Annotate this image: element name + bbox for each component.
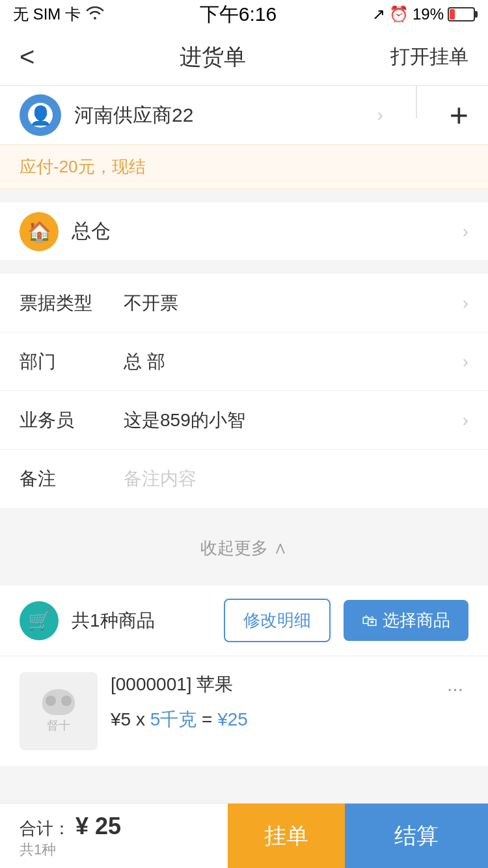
page-title: 进货单	[180, 42, 246, 72]
product-more-button[interactable]: ···	[442, 672, 468, 705]
pend-button[interactable]: 挂单	[228, 804, 345, 868]
dept-row[interactable]: 部门 总 部 ›	[0, 332, 488, 391]
status-right: ↗ ⏰ 19%	[372, 5, 475, 23]
back-button[interactable]: <	[20, 42, 34, 72]
supplier-row[interactable]: 👤 河南供应商22 ›	[0, 86, 403, 144]
alarm-icon: ⏰	[389, 5, 409, 23]
equals: =	[197, 709, 217, 729]
products-count: 共1种商品	[72, 608, 211, 633]
invoice-row[interactable]: 票据类型 不开票 ›	[0, 274, 488, 332]
carrier-label: 无 SIM 卡	[13, 4, 81, 25]
invoice-chevron-icon: ›	[463, 293, 468, 314]
status-left: 无 SIM 卡	[13, 4, 104, 25]
cart-icon: 🛒	[28, 610, 51, 631]
notice-text: 应付-20元，现结	[20, 157, 146, 176]
wifi-icon	[86, 5, 104, 23]
total-amount: ¥ 25	[75, 813, 121, 840]
remark-input[interactable]: 备注内容	[111, 467, 468, 491]
select-product-icon: 🛍	[362, 612, 377, 630]
invoice-label: 票据类型	[20, 291, 111, 316]
warehouse-chevron-icon: ›	[463, 221, 468, 242]
salesperson-label: 业务员	[20, 408, 111, 433]
product-info: [0000001] 苹果 ¥5 x 5千克 = ¥25	[111, 672, 429, 732]
status-bar: 无 SIM 卡 下午6:16 ↗ ⏰ 19%	[0, 0, 488, 29]
products-header: 🛒 共1种商品 修改明细 🛍 选择商品	[0, 586, 488, 655]
owl-text: 督十	[47, 718, 70, 733]
supplier-divider	[416, 86, 417, 118]
product-thumbnail: 督十	[20, 672, 98, 750]
supplier-avatar: 👤	[20, 94, 61, 136]
product-item: 督十 [0000001] 苹果 ¥5 x 5千克 = ¥25 ···	[0, 657, 488, 766]
dept-value: 总 部	[111, 349, 463, 374]
house-icon: 🏠	[27, 220, 51, 243]
product-name: [0000001] 苹果	[111, 672, 429, 697]
supplier-chevron-icon: ›	[377, 105, 383, 126]
unit-price: ¥5 x	[111, 709, 150, 729]
battery-pct: 19%	[413, 5, 444, 23]
supplier-section: 👤 河南供应商22 › +	[0, 86, 488, 144]
add-supplier-button[interactable]: +	[430, 86, 488, 144]
edit-detail-button[interactable]: 修改明细	[224, 599, 331, 642]
form-section: 票据类型 不开票 › 部门 总 部 › 业务员 这是859的小智 › 备注 备注…	[0, 274, 488, 508]
dept-label: 部门	[20, 349, 111, 374]
checkout-button[interactable]: 结算	[345, 804, 488, 868]
bottom-bar: 合计： ¥ 25 共1种 挂单 结算	[0, 803, 488, 868]
select-product-button[interactable]: 🛍 选择商品	[344, 600, 468, 641]
content: 👤 河南供应商22 › + 应付-20元，现结 🏠 总仓 › 票据类型 不开票	[0, 86, 488, 844]
invoice-value: 不开票	[111, 291, 463, 316]
collapse-button[interactable]: 收起更多 ∧	[0, 521, 488, 575]
checkout-label: 结算	[394, 821, 439, 851]
remark-label: 备注	[20, 467, 111, 491]
location-icon: ↗	[372, 5, 385, 23]
total-price: ¥25	[217, 709, 248, 729]
total-section: 合计： ¥ 25 共1种	[0, 804, 228, 868]
person-icon: 👤	[29, 105, 52, 126]
remark-row[interactable]: 备注 备注内容	[0, 450, 488, 508]
warehouse-row[interactable]: 🏠 总仓 ›	[0, 202, 488, 261]
product-code: [0000001]	[111, 674, 197, 694]
warehouse-name: 总仓	[72, 218, 463, 245]
collapse-label: 收起更多 ∧	[200, 538, 287, 558]
battery-icon	[448, 7, 475, 21]
qty-unit: 5千克	[150, 709, 197, 729]
product-title: 苹果	[197, 674, 233, 694]
owl-placeholder: 督十	[42, 689, 75, 733]
warehouse-icon: 🏠	[20, 212, 59, 251]
product-price: ¥5 x 5千克 = ¥25	[111, 707, 429, 732]
supplier-name: 河南供应商22	[74, 102, 377, 129]
open-pend-button[interactable]: 打开挂单	[390, 44, 468, 70]
status-time: 下午6:16	[200, 1, 277, 28]
total-count: 共1种	[20, 840, 208, 860]
dept-chevron-icon: ›	[463, 351, 468, 372]
nav-bar: < 进货单 打开挂单	[0, 29, 488, 86]
products-icon: 🛒	[20, 601, 59, 640]
add-icon: +	[450, 99, 468, 131]
total-label: 合计：	[20, 817, 70, 840]
pend-label: 挂单	[264, 821, 308, 851]
notice-bar: 应付-20元，现结	[0, 144, 488, 189]
salesperson-chevron-icon: ›	[463, 410, 468, 431]
salesperson-row[interactable]: 业务员 这是859的小智 ›	[0, 391, 488, 450]
salesperson-value: 这是859的小智	[111, 408, 463, 433]
warehouse-section: 🏠 总仓 ›	[0, 202, 488, 261]
select-product-label: 选择商品	[383, 609, 450, 632]
